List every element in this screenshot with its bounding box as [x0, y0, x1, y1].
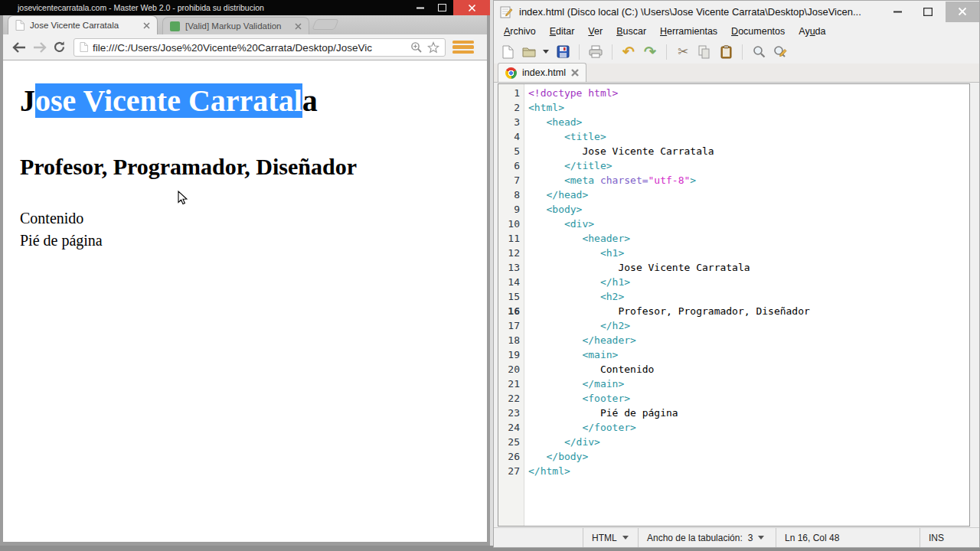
- toolbar-separator: [612, 44, 612, 60]
- menu-editar[interactable]: Editar: [543, 26, 582, 37]
- close-icon: [468, 4, 476, 12]
- redo-button[interactable]: ↷: [642, 44, 658, 60]
- forward-button[interactable]: [29, 42, 49, 53]
- editor-toolbar: ↶ ↷ ✂: [494, 40, 979, 64]
- browser-minimize-button[interactable]: [409, 0, 431, 15]
- code-text[interactable]: <!doctype html><html> <head> <title> Jos…: [524, 84, 969, 526]
- code-line[interactable]: <div>: [528, 217, 969, 231]
- code-line[interactable]: <footer>: [528, 391, 969, 406]
- zoom-icon[interactable]: [410, 41, 423, 54]
- back-button[interactable]: [9, 42, 29, 53]
- search-replace-icon: [773, 45, 787, 58]
- line-number: 7: [498, 173, 524, 187]
- line-number-gutter: 1234567891011121314151617181920212223242…: [498, 84, 524, 526]
- reload-button[interactable]: [49, 41, 69, 54]
- browser-window-title: josevicentecarratala.com - Master Web 2.…: [18, 3, 264, 12]
- menu-buscar[interactable]: Buscar: [609, 26, 653, 37]
- url-text[interactable]: file:///C:/Users/Jose%20Vicente%20Carrat…: [93, 42, 372, 54]
- code-line[interactable]: </h2>: [528, 318, 969, 333]
- new-tab-button[interactable]: [312, 19, 339, 30]
- open-dropdown-arrow[interactable]: [543, 50, 549, 54]
- line-number: 13: [498, 260, 524, 275]
- code-editor-area[interactable]: 1234567891011121314151617181920212223242…: [498, 83, 970, 527]
- menu-ver[interactable]: Ver: [581, 26, 609, 37]
- code-line[interactable]: <head>: [528, 115, 969, 129]
- code-line[interactable]: <html>: [528, 100, 969, 115]
- tab-close-icon[interactable]: [143, 22, 150, 29]
- code-line[interactable]: <meta charset="utf-8">: [528, 173, 969, 187]
- code-line[interactable]: <header>: [528, 231, 969, 246]
- tab-close-icon[interactable]: [295, 23, 302, 30]
- search-button[interactable]: [751, 44, 766, 60]
- search-icon: [753, 45, 766, 58]
- editor-close-button[interactable]: [946, 2, 979, 22]
- line-number: 5: [498, 144, 524, 158]
- document-tab[interactable]: index.html: [498, 63, 586, 82]
- code-line[interactable]: </body>: [528, 449, 969, 464]
- browser-close-button[interactable]: [453, 0, 490, 15]
- menu-herramientas[interactable]: Herramientas: [653, 26, 724, 37]
- code-line[interactable]: </title>: [528, 158, 969, 173]
- editor-maximize-button[interactable]: [916, 2, 939, 22]
- scissors-icon: ✂: [678, 44, 688, 60]
- menu-documentos[interactable]: Documentos: [724, 26, 792, 37]
- code-line[interactable]: </head>: [528, 187, 969, 202]
- input-mode-status[interactable]: INS: [920, 528, 979, 547]
- code-line[interactable]: Jose Vicente Carratala: [528, 144, 969, 158]
- paste-button[interactable]: [718, 44, 733, 60]
- code-line[interactable]: <h1>: [528, 246, 969, 260]
- undo-button[interactable]: ↶: [621, 44, 636, 60]
- new-document-icon: [502, 45, 514, 59]
- browser-tab-active[interactable]: Jose Vicente Carratala: [8, 15, 158, 34]
- browser-window: josevicentecarratala.com - Master Web 2.…: [0, 0, 490, 546]
- code-line[interactable]: <body>: [528, 202, 969, 217]
- print-button[interactable]: [588, 44, 603, 60]
- code-line[interactable]: <!doctype html>: [528, 86, 969, 100]
- tab-width-selector[interactable]: Ancho de la tabulación: 3: [638, 528, 776, 547]
- line-number: 12: [498, 246, 524, 260]
- menu-ayuda[interactable]: Ayuda: [792, 26, 832, 37]
- document-close-icon[interactable]: [571, 69, 579, 77]
- copy-button[interactable]: [697, 44, 712, 60]
- code-line[interactable]: </footer>: [528, 420, 969, 435]
- page-icon: [80, 42, 88, 52]
- cut-button[interactable]: ✂: [675, 44, 691, 60]
- code-line[interactable]: <title>: [528, 129, 969, 144]
- save-button[interactable]: [555, 44, 570, 60]
- editor-minimize-button[interactable]: [886, 2, 910, 22]
- search-replace-button[interactable]: [773, 44, 788, 60]
- code-line[interactable]: <h2>: [528, 289, 969, 304]
- new-document-button[interactable]: [500, 44, 515, 60]
- open-file-button[interactable]: [521, 44, 537, 60]
- code-line[interactable]: Pié de página: [528, 406, 969, 420]
- code-line[interactable]: Contenido: [528, 362, 969, 377]
- menu-archivo[interactable]: Archivo: [497, 26, 543, 37]
- browser-tab-inactive[interactable]: [Valid] Markup Validation: [162, 17, 309, 34]
- maximize-icon: [438, 4, 446, 11]
- toolbar-separator: [579, 44, 580, 60]
- code-line[interactable]: </html>: [528, 464, 969, 478]
- heading-unselected-start: J: [20, 83, 35, 118]
- code-line[interactable]: </header>: [528, 333, 969, 347]
- gedit-app-icon: [500, 5, 513, 18]
- line-number: 8: [498, 187, 524, 202]
- chevron-down-icon: [758, 536, 764, 540]
- address-bar[interactable]: file:///C:/Users/Jose%20Vicente%20Carrat…: [74, 38, 446, 57]
- code-line[interactable]: Jose Vicente Carratala: [528, 260, 969, 275]
- bookmark-star-icon[interactable]: [427, 41, 439, 54]
- page-footer-text: Pié de página: [20, 230, 487, 252]
- language-selector[interactable]: HTML: [583, 528, 638, 547]
- chrome-menu-button[interactable]: [452, 39, 474, 55]
- browser-maximize-button[interactable]: [431, 0, 453, 15]
- minimize-icon: [416, 7, 424, 9]
- code-line[interactable]: <main>: [528, 347, 969, 362]
- code-line[interactable]: </h1>: [528, 275, 969, 289]
- heading-unselected-end: a: [302, 83, 318, 118]
- code-line[interactable]: Profesor, Programador, Diseñador: [528, 304, 969, 318]
- document-tab-bar: index.html: [494, 64, 979, 83]
- code-line[interactable]: </div>: [528, 435, 969, 449]
- page-icon: [15, 20, 24, 31]
- line-number: 1: [498, 86, 524, 100]
- code-line[interactable]: </main>: [528, 377, 969, 391]
- page-heading: Jose Vicente Carratala: [20, 83, 487, 119]
